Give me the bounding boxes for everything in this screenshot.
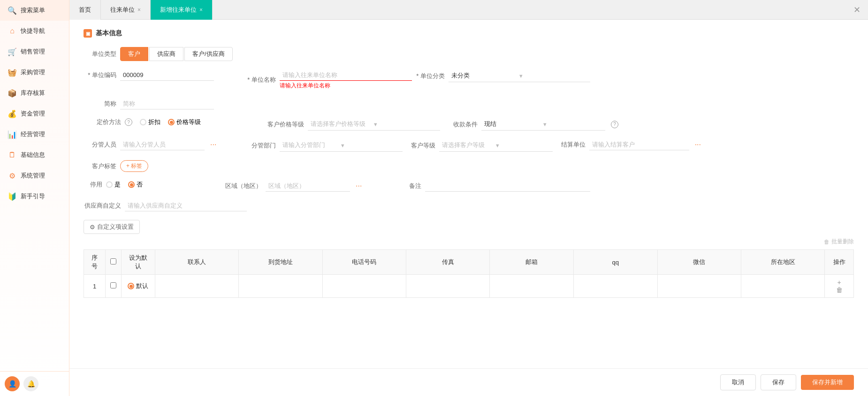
disabled-yes[interactable]: 是 bbox=[106, 180, 121, 189]
pricing-radio-discount[interactable]: 折扣 bbox=[140, 118, 160, 126]
region-more-btn[interactable]: ··· bbox=[354, 182, 364, 190]
disabled-no[interactable]: 否 bbox=[128, 180, 143, 189]
row-default-radio[interactable]: 默认 bbox=[126, 282, 150, 290]
row-delete-btn[interactable]: 🗑 bbox=[834, 286, 845, 294]
sidebar-label-operation: 经营管理 bbox=[21, 130, 45, 139]
operation-icon: 📊 bbox=[8, 130, 17, 139]
row-wechat-input[interactable] bbox=[662, 283, 736, 290]
search-icon: 🔍 bbox=[8, 6, 17, 15]
sidebar: 🔍 搜索菜单 ⌂ 快捷导航 🛒 销售管理 🧺 采购管理 📦 库存核算 💰 资金管… bbox=[0, 0, 69, 396]
payment-terms-help-icon[interactable]: ? bbox=[611, 121, 618, 128]
row-email[interactable] bbox=[490, 275, 573, 298]
row-select[interactable] bbox=[110, 282, 116, 288]
unit-code-label: * 单位编码 bbox=[84, 71, 116, 79]
add-tag-button[interactable]: + 标签 bbox=[120, 160, 148, 172]
row-region[interactable] bbox=[741, 275, 824, 298]
row-qq-input[interactable] bbox=[579, 283, 653, 290]
department-placeholder: 请输入分管部门 bbox=[282, 141, 341, 149]
save-new-button[interactable]: 保存并新增 bbox=[801, 375, 854, 390]
section-header: ▣ 基本信息 bbox=[84, 29, 854, 38]
tab-home[interactable]: 首页 bbox=[69, 0, 101, 20]
settlement-unit-input[interactable] bbox=[589, 139, 689, 150]
row-fax-input[interactable] bbox=[411, 283, 485, 290]
col-qq: qq bbox=[573, 250, 657, 275]
sidebar-item-purchase[interactable]: 🧺 采购管理 bbox=[0, 62, 69, 83]
sidebar-item-quick-nav[interactable]: ⌂ 快捷导航 bbox=[0, 21, 69, 41]
row-add-btn[interactable]: + bbox=[836, 279, 843, 286]
unit-category-dropdown[interactable]: 未分类 ▾ bbox=[449, 70, 590, 82]
window-close-btn[interactable]: ✕ bbox=[846, 5, 868, 15]
row-contact-input[interactable] bbox=[160, 283, 234, 290]
sales-icon: 🛒 bbox=[8, 47, 17, 56]
sidebar-item-basic[interactable]: 🗒 基础信息 bbox=[0, 145, 69, 165]
row-default-label: 默认 bbox=[136, 282, 148, 290]
sidebar-item-operation[interactable]: 📊 经营管理 bbox=[0, 124, 69, 145]
manager-label: 分管人员 bbox=[84, 140, 116, 149]
customer-level-label: 客户等级 bbox=[403, 141, 435, 150]
unit-name-input[interactable] bbox=[280, 70, 412, 81]
col-contact: 联系人 bbox=[155, 250, 238, 275]
customer-tag-row: 客户标签 + 标签 bbox=[84, 160, 854, 172]
batch-delete-button[interactable]: 🗑 批量删除 bbox=[824, 238, 854, 246]
customer-level-dropdown[interactable]: 请选择客户等级 ▾ bbox=[439, 139, 553, 152]
save-button[interactable]: 保存 bbox=[761, 374, 796, 390]
manager-more-btn[interactable]: ··· bbox=[208, 140, 218, 149]
row-phone[interactable] bbox=[322, 275, 406, 298]
row-default-circle bbox=[128, 283, 134, 289]
department-dropdown[interactable]: 请输入分管部门 ▾ bbox=[280, 139, 403, 152]
sidebar-label-search: 搜索菜单 bbox=[21, 6, 45, 15]
disabled-region-remark-row: 停用 是 否 区域（地区） ··· 备注 bbox=[84, 180, 854, 192]
row-email-input[interactable] bbox=[495, 283, 568, 290]
col-phone: 电话号码 bbox=[322, 250, 406, 275]
sidebar-item-finance[interactable]: 💰 资金管理 bbox=[0, 103, 69, 124]
manager-input[interactable] bbox=[120, 139, 205, 150]
region-input[interactable] bbox=[266, 180, 350, 192]
supplier-custom-input[interactable] bbox=[125, 200, 247, 211]
sidebar-label-basic: 基础信息 bbox=[21, 151, 45, 159]
code-name-category-row: * 单位编码 * 单位名称 请输入往来单位名称 * 单位分类 未分类 ▾ bbox=[84, 70, 854, 90]
unit-type-customer[interactable]: 客户 bbox=[120, 47, 148, 61]
user-avatar[interactable]: 👤 bbox=[5, 376, 20, 391]
payment-terms-dropdown[interactable]: 现结 ▾ bbox=[481, 118, 605, 131]
row-phone-input[interactable] bbox=[327, 283, 401, 290]
row-qq[interactable] bbox=[573, 275, 657, 298]
tab-partner-close[interactable]: × bbox=[137, 7, 141, 13]
sidebar-label-purchase: 采购管理 bbox=[21, 68, 45, 77]
customize-settings-button[interactable]: ⚙ 自定义项设置 bbox=[84, 220, 140, 234]
row-wechat[interactable] bbox=[657, 275, 741, 298]
guide-icon: 🔰 bbox=[8, 192, 17, 201]
table-select-all[interactable] bbox=[110, 258, 116, 264]
unit-code-input[interactable] bbox=[120, 70, 214, 81]
unit-type-both[interactable]: 客户/供应商 bbox=[184, 47, 233, 61]
customer-price-level-dropdown[interactable]: 请选择客户价格等级 ▾ bbox=[308, 118, 440, 131]
row-contact[interactable] bbox=[155, 275, 238, 298]
short-name-input[interactable] bbox=[120, 98, 214, 109]
tab-partner[interactable]: 往来单位 × bbox=[101, 0, 151, 20]
row-address-input[interactable] bbox=[244, 283, 317, 290]
short-name-row: 简称 bbox=[84, 98, 854, 109]
remark-input[interactable] bbox=[425, 180, 590, 192]
cancel-button[interactable]: 取消 bbox=[720, 374, 756, 390]
row-region-input[interactable] bbox=[746, 283, 820, 290]
batch-delete-wrap: 🗑 批量删除 bbox=[84, 238, 854, 246]
tab-new-partner-close[interactable]: × bbox=[199, 7, 203, 13]
section-title: 基本信息 bbox=[96, 29, 122, 38]
tab-new-partner[interactable]: 新增往来单位 × bbox=[151, 0, 213, 20]
unit-type-supplier[interactable]: 供应商 bbox=[149, 47, 183, 61]
disabled-yes-label: 是 bbox=[114, 180, 121, 189]
col-address: 到货地址 bbox=[239, 250, 322, 275]
notification-btn[interactable]: 🔔 bbox=[23, 376, 38, 391]
row-address[interactable] bbox=[239, 275, 322, 298]
pricing-radio-discount-circle bbox=[140, 119, 146, 125]
sidebar-item-sales[interactable]: 🛒 销售管理 bbox=[0, 41, 69, 62]
pricing-radio-level[interactable]: 价格等级 bbox=[168, 118, 201, 126]
unit-type-buttons: 客户 供应商 客户/供应商 bbox=[120, 47, 233, 61]
row-fax[interactable] bbox=[406, 275, 490, 298]
sidebar-item-system[interactable]: ⚙ 系统管理 bbox=[0, 165, 69, 186]
customer-level-group: 客户等级 请选择客户等级 ▾ bbox=[403, 139, 553, 152]
settlement-unit-more-btn[interactable]: ··· bbox=[693, 140, 703, 149]
sidebar-item-guide[interactable]: 🔰 新手引导 bbox=[0, 186, 69, 207]
sidebar-item-search[interactable]: 🔍 搜索菜单 bbox=[0, 0, 69, 21]
sidebar-item-inventory[interactable]: 📦 库存核算 bbox=[0, 83, 69, 103]
pricing-help-icon[interactable]: ? bbox=[125, 118, 132, 126]
